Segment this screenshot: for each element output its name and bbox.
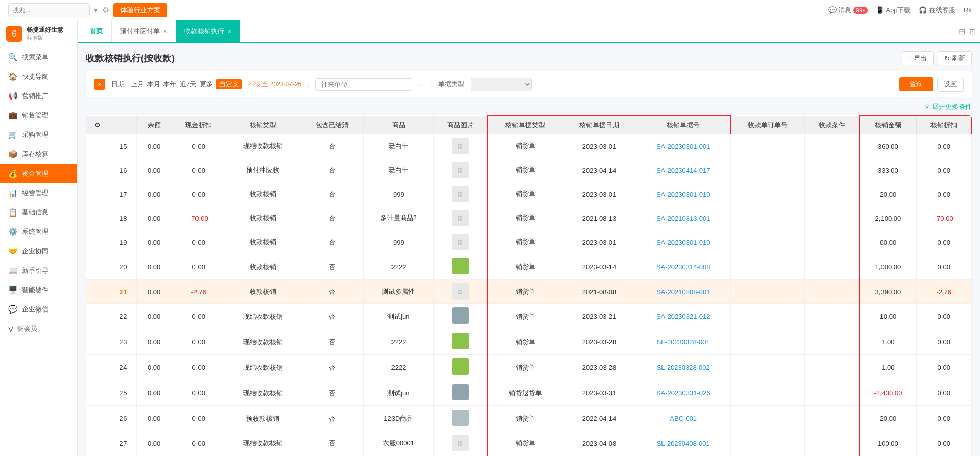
cell-goods-img [433,304,488,329]
sidebar-item-purchase[interactable]: 🛒 采购管理 [0,125,77,145]
cell-balance: 0.00 [136,230,172,254]
cell-goods-img [433,380,488,406]
export-button[interactable]: ↑ 导出 [902,51,934,65]
cell-cash-discount: 0.00 [172,355,226,380]
sidebar-item-basic-info[interactable]: 📋 基础信息 [0,203,77,222]
sidebar-logo: 6 畅捷通好生意 标准版 [0,20,77,47]
top-bar-left: ▾ ⚙ 体验行业方案 [8,3,822,17]
cell-receipt-voucher-no[interactable]: SA-20230414-017 [636,158,730,182]
sidebar-item-operations[interactable]: 📊 经营管理 [0,183,77,203]
cell-balance: 0.00 [136,304,172,329]
col-settings-header[interactable]: ⚙ [86,116,110,134]
cell-receipt-voucher-type: 销货单 [488,355,562,380]
sidebar-item-quick-nav[interactable]: 🏠 快捷导航 [0,67,77,86]
tab-home[interactable]: 首页 [82,20,112,42]
filter-toggle-button[interactable]: » [94,79,105,90]
tab-receivable[interactable]: 收款核销执行 ✕ [176,20,240,42]
cell-receipt-voucher-type: 销货单 [488,406,562,431]
sidebar-item-label: 智能硬件 [22,285,48,295]
sidebar-item-hardware[interactable]: 🖥️ 智能硬件 [0,280,77,300]
sidebar-item-member[interactable]: V 畅会员 [0,319,77,339]
cell-receipt-voucher-no[interactable]: SL-20230328-001 [636,329,730,355]
query-button[interactable]: 查询 [899,77,933,91]
cell-balance: 0.00 [136,254,172,280]
tab-receivable-close-icon[interactable]: ✕ [227,28,232,35]
settings-button[interactable]: 设置 [937,77,964,92]
app-download-link[interactable]: 📱 App下载 [876,6,911,15]
cell-receipt-voucher-no[interactable]: SL-20230408-001 [636,431,730,455]
date-last-month[interactable]: 上月 [131,80,144,89]
table-row: 27 0.00 0.00 现结收款核销 否 衣服00001 🖼 销货单 2023… [86,431,971,455]
cell-write-off-amount: 3,390.00 [860,280,917,304]
search-input[interactable] [8,3,90,17]
date-this-year[interactable]: 本年 [163,80,177,89]
tab-minimize-button[interactable]: ⊟ [959,27,965,36]
refresh-button[interactable]: ↻ 刷新 [938,51,972,65]
sidebar-item-system[interactable]: ⚙️ 系统管理 [0,222,77,242]
date-range: 不限 至 2023-07-26 [248,80,301,89]
cell-receipt-voucher-no[interactable]: SA-20230301-010 [636,230,730,254]
cell-receipt-voucher-no[interactable]: SA-20210813-001 [636,206,730,230]
cell-receipt-voucher-no[interactable]: SA-20230321-012 [636,304,730,329]
settings-icon[interactable]: ⚙ [94,121,101,129]
filter-bar: » 日期 上月 本月 本年 近7天 更多 自定义 不限 至 2023-07-26… [86,71,972,97]
cell-balance: 0.00 [136,380,172,406]
cell-settings [86,380,110,406]
cell-receipt-voucher-no[interactable]: SA-20230331-026 [636,380,730,406]
chevron-down-icon[interactable]: ▾ [94,5,98,15]
cell-receipt-voucher-no[interactable]: SA-20230314-008 [636,254,730,280]
cell-write-off-type: 收款核销 [226,206,300,230]
sidebar-item-label: 畅会员 [17,324,37,333]
cell-write-off-discount: 0.00 [917,355,972,380]
cell-write-off-amount: 360.00 [860,134,917,158]
sidebar-item-guide[interactable]: 📖 新手引导 [0,261,77,280]
date-more[interactable]: 更多 [200,80,213,89]
info-icon: 📋 [8,208,18,217]
cell-receipt-voucher-no[interactable]: SA-20210808-001 [636,280,730,304]
cell-goods: 多计量商品2 [364,206,433,230]
cell-settings [86,431,110,455]
user-name[interactable]: Rit [964,6,972,14]
from-unit-input[interactable] [315,78,412,91]
date-7-days[interactable]: 近7天 [180,80,197,89]
sidebar-item-enterprise[interactable]: 🤝 企业协同 [0,242,77,261]
cell-receipt-condition [804,355,859,380]
cell-receipt-voucher-no[interactable]: SL-20230328-002 [636,355,730,380]
logo-text: 畅捷通好生意 标准版 [27,26,63,42]
member-icon: V [8,325,13,333]
cell-receipt-voucher-no[interactable]: ABC-001 [636,406,730,431]
cell-goods-img: 🖼 [433,158,488,182]
table-row: 22 0.00 0.00 现结收款核销 否 测试jun 销货单 2023-03-… [86,304,971,329]
cell-receipt-condition [804,182,859,206]
cell-receipt-order-no [730,355,804,380]
sidebar-item-wechat[interactable]: 💬 企业微信 [0,300,77,319]
data-table: ⚙ 余额 现金折扣 核销类型 包含已结清 商品 商品图片 核销单据类型 核销单据… [86,115,972,456]
date-custom[interactable]: 自定义 [216,79,242,89]
gear-icon[interactable]: ⚙ [102,5,109,15]
solution-button[interactable]: 体验行业方案 [113,3,167,17]
online-service-link[interactable]: 🎧 在线客服 [919,6,955,15]
sidebar-item-marketing[interactable]: 📢 营销推广 [0,86,77,106]
cell-write-off-amount: 333.00 [860,158,917,182]
expand-more-button[interactable]: ∨ 展开更多条件 [924,102,972,111]
receipt-type-select[interactable] [471,78,532,91]
cell-receipt-voucher-no[interactable]: SA-20230301-010 [636,182,730,206]
sidebar-item-sales[interactable]: 💼 销售管理 [0,106,77,125]
sidebar-item-finance[interactable]: 💰 资金管理 [0,164,77,183]
message-icon[interactable]: 💬 消息 99+ [828,6,868,15]
tab-prepay-close-icon[interactable]: ✕ [163,28,167,35]
cell-receipt-condition [804,304,859,329]
cell-write-off-discount: -70.00 [917,206,972,230]
sidebar-item-search[interactable]: 🔍 搜索菜单 [0,47,77,67]
tab-expand-button[interactable]: ⊡ [969,27,976,36]
cell-write-off-type: 收款核销 [226,230,300,254]
cell-receipt-voucher-no[interactable]: SA-20230301-001 [636,134,730,158]
cell-write-off-discount: 0.00 [917,230,972,254]
tab-prepay[interactable]: 预付冲应付单 ✕ [112,20,176,42]
cell-write-off-amount: 100.00 [860,431,917,455]
cell-balance: 0.00 [136,406,172,431]
date-this-month[interactable]: 本月 [147,80,160,89]
cell-receipt-voucher-date: 2022-04-14 [562,406,636,431]
cell-cash-discount: 0.00 [172,406,226,431]
sidebar-item-inventory[interactable]: 📦 库存核算 [0,145,77,164]
